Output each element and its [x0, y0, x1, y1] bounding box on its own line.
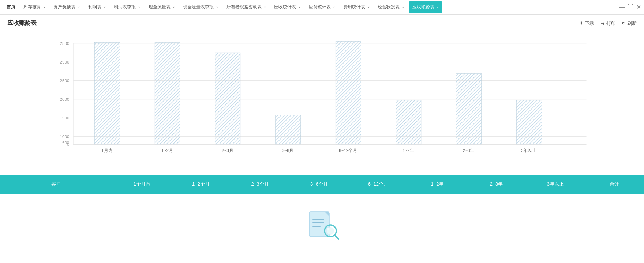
download-icon: ⬇: [579, 20, 583, 26]
close-equity-changes-tab[interactable]: ×: [264, 5, 266, 9]
tab-balance-sheet[interactable]: 资产负债表 ×: [50, 1, 83, 13]
svg-text:1500: 1500: [60, 115, 69, 120]
svg-rect-25: [309, 212, 329, 237]
svg-point-32: [327, 228, 329, 230]
svg-text:6~12个月: 6~12个月: [339, 148, 357, 153]
download-button[interactable]: ⬇ 下载: [579, 20, 594, 27]
tab-operations[interactable]: 经营状况表 ×: [374, 1, 408, 13]
main-panel: 2500 2500 2500 2000 1500 1000 500 0: [0, 32, 644, 263]
close-operations-tab[interactable]: ×: [402, 5, 404, 9]
tab-equity-changes[interactable]: 所有者权益变动表 ×: [223, 1, 270, 13]
col-1-2months: 1~2个月: [171, 181, 230, 187]
empty-state: [0, 194, 644, 263]
close-ar-aging-tab[interactable]: ×: [437, 5, 439, 9]
refresh-button[interactable]: ↻ 刷新: [622, 20, 637, 27]
refresh-icon: ↻: [622, 20, 626, 26]
tab-profit-quarterly[interactable]: 利润表季报 ×: [110, 1, 144, 13]
table-header: 客户 1个月内 1~2个月 2~3个月 3~6个月 6~12个月 1~2年 2~…: [0, 175, 644, 194]
page-title: 应收账龄表: [7, 19, 37, 27]
tab-bar-actions: — ⛶ ✕: [619, 4, 641, 11]
print-button[interactable]: 🖨 打印: [600, 20, 616, 27]
bar-2-3月: [215, 53, 240, 144]
close-ap-stats-tab[interactable]: ×: [333, 5, 335, 9]
bar-2-3年: [456, 74, 482, 144]
bar-1月内: [94, 43, 120, 144]
svg-text:1000: 1000: [60, 134, 69, 139]
close-cashflow-quarterly-tab[interactable]: ×: [216, 5, 218, 9]
col-1-2years: 1~2年: [408, 181, 467, 187]
svg-text:1~2年: 1~2年: [402, 148, 414, 153]
bar-1-2月: [155, 43, 180, 144]
app-container: 首页 库存核算 × 资产负债表 × 利润表 × 利润表季报 × 现金流量表 × …: [0, 0, 644, 263]
close-ar-stats-tab[interactable]: ×: [298, 5, 300, 9]
page-header: 应收账龄表 ⬇ 下载 🖨 打印 ↻ 刷新: [0, 15, 644, 32]
svg-text:1月内: 1月内: [101, 148, 113, 153]
svg-line-31: [334, 235, 338, 239]
minimize-button[interactable]: —: [619, 4, 625, 11]
svg-text:1~2月: 1~2月: [161, 148, 173, 153]
col-total: 合计: [585, 181, 644, 187]
col-3-6months: 3~6个月: [289, 181, 348, 187]
tab-inventory[interactable]: 库存核算 ×: [20, 1, 49, 13]
tab-ar-stats[interactable]: 应收统计表 ×: [270, 1, 304, 13]
svg-text:2500: 2500: [60, 41, 69, 46]
svg-text:3~6月: 3~6月: [282, 148, 294, 153]
tab-cashflow[interactable]: 现金流量表 ×: [145, 1, 179, 13]
close-expense-stats-tab[interactable]: ×: [367, 5, 370, 9]
col-customer: 客户: [0, 181, 112, 187]
close-cashflow-tab[interactable]: ×: [173, 5, 175, 9]
close-inventory-tab[interactable]: ×: [43, 5, 45, 9]
maximize-button[interactable]: ⛶: [628, 4, 633, 11]
col-1month: 1个月内: [112, 181, 171, 187]
close-profit-tab[interactable]: ×: [104, 5, 106, 9]
col-6-12months: 6~12个月: [349, 181, 408, 187]
bar-1-2年: [396, 100, 421, 144]
close-window-button[interactable]: ✕: [636, 4, 641, 11]
page-actions: ⬇ 下载 🖨 打印 ↻ 刷新: [579, 20, 637, 27]
tab-home[interactable]: 首页: [3, 1, 19, 13]
col-2-3months: 2~3个月: [231, 181, 289, 187]
print-icon: 🖨: [600, 20, 605, 26]
col-3plus-years: 3年以上: [526, 181, 585, 187]
svg-text:0: 0: [67, 142, 70, 146]
close-profit-quarterly-tab[interactable]: ×: [138, 5, 140, 9]
svg-text:2000: 2000: [60, 97, 69, 102]
close-balance-sheet-tab[interactable]: ×: [78, 5, 80, 9]
chart-area: 2500 2500 2500 2000 1500 1000 500 0: [0, 32, 644, 175]
tab-profit[interactable]: 利润表 ×: [85, 1, 109, 13]
svg-text:2~3月: 2~3月: [222, 148, 233, 153]
bar-3-6月: [276, 115, 301, 144]
tab-ar-aging[interactable]: 应收账龄表 ×: [409, 1, 442, 13]
svg-text:3年以上: 3年以上: [521, 148, 537, 153]
svg-text:2500: 2500: [60, 78, 69, 83]
tab-expense-stats[interactable]: 费用统计表 ×: [340, 1, 373, 13]
svg-text:2~3年: 2~3年: [463, 148, 475, 153]
svg-text:2500: 2500: [60, 60, 69, 64]
tab-ap-stats[interactable]: 应付统计表 ×: [305, 1, 339, 13]
empty-illustration: [302, 208, 342, 241]
tab-bar: 首页 库存核算 × 资产负债表 × 利润表 × 利润表季报 × 现金流量表 × …: [0, 0, 644, 15]
bar-6-12月: [336, 41, 361, 144]
col-2-3years: 2~3年: [467, 181, 526, 187]
bar-chart: 2500 2500 2500 2000 1500 1000 500 0: [11, 39, 633, 164]
tab-cashflow-quarterly[interactable]: 现金流量表季报 ×: [179, 1, 222, 13]
bar-3年以上: [516, 100, 542, 144]
